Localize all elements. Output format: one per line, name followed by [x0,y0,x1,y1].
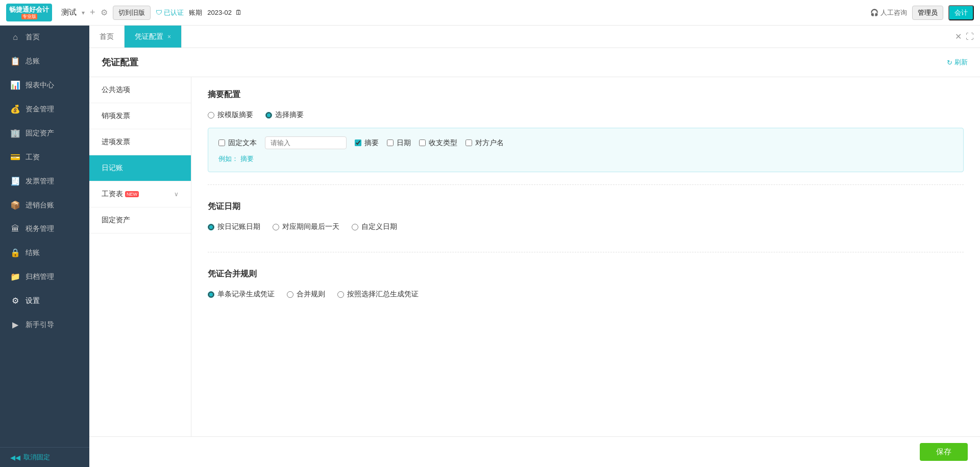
logo-main: 畅捷通好会计 [9,6,49,14]
sidebar-item-assets[interactable]: 🏢 固定资产 [0,121,89,145]
date-section: 凭证日期 按日记账日期 对应期间最后一天 [208,201,964,252]
app-logo: 畅捷通好会计 专业版 [6,4,52,21]
summary-checkbox[interactable] [355,139,361,146]
merge-section-title: 凭证合并规则 [208,269,964,279]
radio-summary-generate-input[interactable] [337,291,344,298]
sidebar-item-ledger[interactable]: 📋 总账 [0,49,89,73]
tab-close-icon[interactable]: × [167,33,171,40]
page-title: 凭证配置 [102,56,138,68]
archive-icon: 📁 [10,272,20,282]
unpin-button[interactable]: ◀◀ 取消固定 [0,447,89,467]
refresh-button[interactable]: ↻ 刷新 [947,58,968,67]
main-sidebar: ⌂ 首页 📋 总账 📊 报表中心 💰 资金管理 🏢 固定资产 💳 工资 🧾 发票… [0,26,89,467]
sidebar-item-invoice[interactable]: 🧾 发票管理 [0,169,89,193]
close-button[interactable]: ✕ [955,32,962,41]
admin-button[interactable]: 管理员 [912,6,943,20]
accountant-button[interactable]: 会计 [948,5,974,20]
radio-period-last-day-input[interactable] [273,224,279,230]
date-section-title: 凭证日期 [208,201,964,212]
checkbox-date[interactable]: 日期 [387,138,411,148]
config-item-payroll-table[interactable]: 工资表 NEW ∨ [89,181,191,207]
sidebar-item-guide[interactable]: ▶ 新手引导 [0,313,89,337]
tab-home[interactable]: 首页 [89,26,125,48]
radio-select-summary[interactable]: 选择摘要 [265,110,304,120]
config-item-fixed-assets[interactable]: 固定资产 [89,207,191,233]
checkbox-summary[interactable]: 摘要 [355,138,379,148]
consult-button[interactable]: 🎧 人工咨询 [870,8,907,17]
pay-type-checkbox[interactable] [419,139,426,146]
radio-merge-rule[interactable]: 合并规则 [287,290,325,299]
verified-badge: 🛡 已认证 [156,8,184,17]
sidebar-item-capital[interactable]: 💰 资金管理 [0,97,89,121]
top-bar: 畅捷通好会计 专业版 测试 ▾ + ⚙ 切到旧版 🛡 已认证 账期 2023-0… [0,0,980,26]
date-radio-group: 按日记账日期 对应期间最后一天 自定义日期 [208,222,964,231]
sidebar-item-trade[interactable]: 📦 进销台账 [0,193,89,217]
summary-section: 摘要配置 按模版摘要 选择摘要 [208,89,964,185]
content-area: 首页 凭证配置 × ✕ ⛶ 凭证配置 ↻ 刷新 [89,26,980,467]
radio-period-last-day[interactable]: 对应期间最后一天 [273,222,339,231]
config-item-sales[interactable]: 销项发票 [89,103,191,129]
radio-single-record-input[interactable] [208,291,214,298]
sidebar-item-close[interactable]: 🔒 结账 [0,241,89,265]
page-header: 凭证配置 ↻ 刷新 [89,48,980,77]
save-button[interactable]: 保存 [920,443,968,461]
sidebar-item-archive[interactable]: 📁 归档管理 [0,265,89,289]
config-layout: 公共选项 销项发票 进项发票 日记账 工资表 NEW ∨ [89,77,980,436]
trade-icon: 📦 [10,200,20,210]
config-item-purchase[interactable]: 进项发票 [89,129,191,155]
checkbox-pay-type[interactable]: 收支类型 [419,138,457,148]
date-checkbox[interactable] [387,139,394,146]
radio-journal-date[interactable]: 按日记账日期 [208,222,260,231]
config-sidebar: 公共选项 销项发票 进项发票 日记账 工资表 NEW ∨ [89,77,191,436]
fixed-text-checkbox[interactable] [218,139,225,146]
summary-section-title: 摘要配置 [208,89,964,100]
sidebar-item-settings[interactable]: ⚙ 设置 [0,289,89,313]
radio-journal-date-input[interactable] [208,224,214,230]
radio-template-summary[interactable]: 按模版摘要 [208,110,253,120]
radio-select-summary-input[interactable] [265,112,272,119]
tax-icon: 🏛 [10,224,20,233]
merge-section: 凭证合并规则 单条记录生成凭证 合并规则 [208,269,964,319]
gear-icon: ⚙ [10,296,20,306]
page-content: 凭证配置 ↻ 刷新 公共选项 销项发票 进项发票 [89,48,980,436]
radio-custom-date-input[interactable] [352,224,358,230]
counterpart-checkbox[interactable] [465,139,472,146]
switch-version-button[interactable]: 切到旧版 [113,6,151,20]
radio-summary-generate[interactable]: 按照选择汇总生成凭证 [337,290,419,299]
example-text: 例如： 摘要 [218,154,953,164]
project-dropdown-icon[interactable]: ▾ [82,9,85,16]
sidebar-item-tax[interactable]: 🏛 税务管理 [0,217,89,241]
checkbox-counterpart[interactable]: 对方户名 [465,138,504,148]
summary-radio-group: 按模版摘要 选择摘要 [208,110,964,120]
radio-template-summary-input[interactable] [208,112,214,119]
headset-icon: 🎧 [870,9,878,16]
tab-voucher-config[interactable]: 凭证配置 × [125,26,182,48]
expand-button[interactable]: ⛶ [966,32,974,41]
period-label: 账期 2023-02 🗓 [189,8,242,17]
add-icon[interactable]: + [90,7,95,18]
config-item-journal[interactable]: 日记账 [89,155,191,181]
payroll-icon: 💳 [10,152,20,162]
radio-custom-date[interactable]: 自定义日期 [352,222,397,231]
new-badge: NEW [125,191,139,197]
config-main: 摘要配置 按模版摘要 选择摘要 [191,77,980,436]
checkbox-fixed-text[interactable]: 固定文本 [218,138,257,148]
logo-sub: 专业版 [21,14,37,19]
radio-merge-rule-input[interactable] [287,291,293,298]
radio-single-record[interactable]: 单条记录生成凭证 [208,290,275,299]
refresh-icon: ↻ [947,59,952,66]
home-icon: ⌂ [10,33,20,42]
save-bar: 保存 [89,436,980,467]
sidebar-item-home[interactable]: ⌂ 首页 [0,26,89,49]
settings-icon[interactable]: ⚙ [101,8,108,17]
capital-icon: 💰 [10,104,20,114]
chevron-down-icon: ∨ [174,191,179,198]
merge-radio-group: 单条记录生成凭证 合并规则 按照选择汇总生成凭证 [208,290,964,299]
summary-config-row: 固定文本 摘要 日期 [218,136,953,149]
config-item-public[interactable]: 公共选项 [89,77,191,103]
sidebar-item-report[interactable]: 📊 报表中心 [0,73,89,97]
tab-bar: 首页 凭证配置 × ✕ ⛶ [89,26,980,48]
shield-icon: 🛡 [156,9,162,16]
fixed-text-input[interactable] [265,136,347,149]
sidebar-item-payroll[interactable]: 💳 工资 [0,145,89,169]
